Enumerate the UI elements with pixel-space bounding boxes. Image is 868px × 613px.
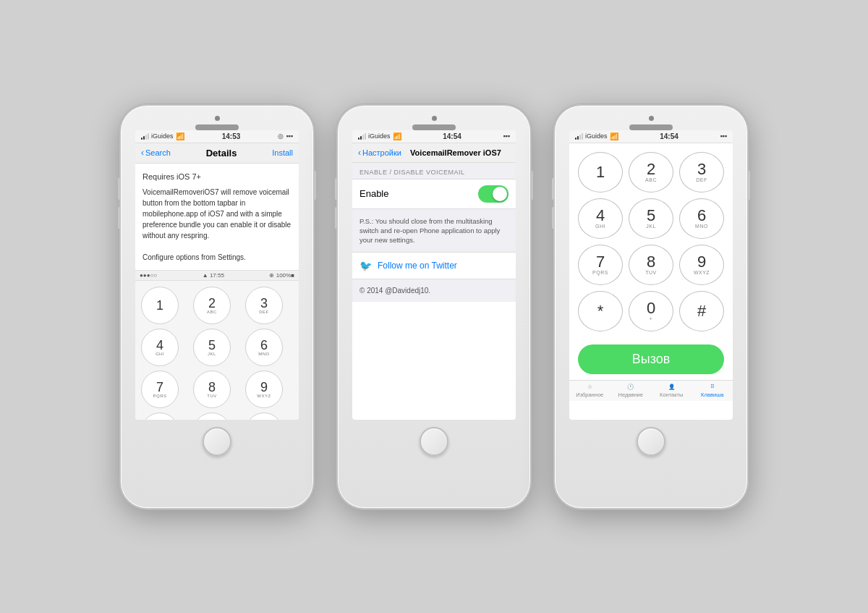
phones-container: iGuides 📶 14:53 ◎ ▪▪▪ ‹ Search Details I… xyxy=(119,104,749,510)
battery-icon: ▪▪▪ xyxy=(286,132,293,140)
nav-title-2: VoicemailRemover iOS7 xyxy=(410,148,501,157)
phone-3-screen: iGuides 📶 14:54 ▪▪▪ 1 2ABC 3DEF 4GHI 5JK… xyxy=(569,130,733,420)
twitter-icon: 🐦 xyxy=(359,260,372,271)
home-button-2[interactable] xyxy=(420,427,448,456)
settings-note: P.S.: You should close from the multitas… xyxy=(352,209,516,253)
dial3-6[interactable]: 6MNO xyxy=(679,198,724,239)
wifi-icon: 📶 xyxy=(176,132,184,140)
phone-1-bottom xyxy=(203,420,231,466)
phone-2-screen: iGuides 📶 14:54 ▪▪▪ ‹ Настройки Voicemai… xyxy=(352,130,516,420)
dial-0[interactable]: 0+ xyxy=(193,413,231,420)
nav-bar-1: ‹ Search Details Install xyxy=(135,143,299,164)
dial3-5[interactable]: 5JKL xyxy=(629,198,673,239)
dial-6[interactable]: 6MNO xyxy=(245,329,283,366)
favorites-icon: ☆ xyxy=(587,384,592,390)
dialpad-3: 1 2ABC 3DEF 4GHI 5JKL 6MNO 7PQRS 8TUV 9W… xyxy=(569,143,733,340)
dial-8[interactable]: 8TUV xyxy=(193,371,231,408)
speaker-grille xyxy=(195,124,239,130)
dial-star[interactable]: * xyxy=(141,413,179,420)
phone-1-screen: iGuides 📶 14:53 ◎ ▪▪▪ ‹ Search Details I… xyxy=(135,130,299,420)
dial3-9[interactable]: 9WXYZ xyxy=(679,245,724,285)
copyright-row: © 2014 @Davidedj10. xyxy=(352,279,516,302)
carrier-label-3: iGuides xyxy=(585,132,608,140)
description-text: VoicemailRemoveriOS7 will remove voicema… xyxy=(142,187,292,241)
dialer-screen: 1 2ABC 3DEF 4GHI 5JKL 6MNO 7PQRS 8TUV 9W… xyxy=(569,143,733,401)
dial-hash[interactable]: # xyxy=(245,413,283,420)
phone-1: iGuides 📶 14:53 ◎ ▪▪▪ ‹ Search Details I… xyxy=(119,104,315,510)
dial-4[interactable]: 4GHI xyxy=(141,329,179,366)
phone-2: iGuides 📶 14:54 ▪▪▪ ‹ Настройки Voicemai… xyxy=(336,104,532,510)
keypad-icon: ⠿ xyxy=(710,384,715,390)
battery-icon-3: ▪▪▪ xyxy=(720,132,727,140)
dial3-4[interactable]: 4GHI xyxy=(578,198,623,239)
back-button-2[interactable]: ‹ Настройки xyxy=(358,148,401,158)
dial-5[interactable]: 5JKL xyxy=(193,329,231,366)
details-content: Requires iOS 7+ VoicemailRemoveriOS7 wil… xyxy=(135,164,299,271)
wifi-icon-2: 📶 xyxy=(393,132,401,140)
dial3-3[interactable]: 3DEF xyxy=(679,152,724,193)
tab-contacts[interactable]: 👤 Контакты xyxy=(651,384,692,398)
status-bar-2: iGuides 📶 14:54 ▪▪▪ xyxy=(352,130,516,143)
tab-bar-3: ☆ Избранное 🕐 Недавние 👤 Контакты ⠿ Клав… xyxy=(569,380,733,401)
dial3-hash[interactable]: # xyxy=(679,291,724,331)
dial-1[interactable]: 1 xyxy=(141,287,179,324)
dial3-2[interactable]: 2ABC xyxy=(629,152,673,193)
carrier-label: iGuides xyxy=(151,132,174,140)
tab-favorites[interactable]: ☆ Избранное xyxy=(569,384,610,398)
toggle-knob xyxy=(493,187,507,201)
time-label: 14:53 xyxy=(222,132,241,140)
camera-dot-2 xyxy=(432,116,437,121)
camera-dot xyxy=(215,116,220,121)
chevron-left-icon-2: ‹ xyxy=(358,148,361,158)
camera-dot-3 xyxy=(649,116,654,121)
status-bar-3: iGuides 📶 14:54 ▪▪▪ xyxy=(569,130,733,143)
phone-1-top xyxy=(121,106,313,130)
dial-7[interactable]: 7PQRS xyxy=(141,371,179,408)
signal-icon xyxy=(141,132,149,140)
tab-keypad[interactable]: ⠿ Клавиша xyxy=(692,384,733,398)
settings-content: ENABLE / DISABLE VOICEMAIL Enable P.S.: … xyxy=(352,163,516,303)
status-bar-1: iGuides 📶 14:53 ◎ ▪▪▪ xyxy=(135,130,299,143)
recent-icon: 🕐 xyxy=(627,384,634,390)
phone-3-top xyxy=(555,106,747,130)
time-label-3: 14:54 xyxy=(660,132,678,140)
phone-2-top xyxy=(338,106,530,130)
speaker-grille-3 xyxy=(629,124,673,130)
inner-status-bar: ●●●○○ ▲ 17:55 ⊕ 100%■ xyxy=(135,271,299,281)
dial3-7[interactable]: 7PQRS xyxy=(578,245,623,285)
dial3-8[interactable]: 8TUV xyxy=(629,245,673,285)
time-label-2: 14:54 xyxy=(443,132,461,140)
enable-label: Enable xyxy=(359,188,388,199)
wifi-icon-3: 📶 xyxy=(610,132,618,140)
twitter-link[interactable]: Follow me on Twitter xyxy=(378,261,457,271)
copyright-text: © 2014 @Davidedj10. xyxy=(359,287,430,295)
signal-icon-2 xyxy=(358,132,366,140)
location-icon: ◎ xyxy=(278,132,284,140)
tab-recent[interactable]: 🕐 Недавние xyxy=(610,384,652,398)
enable-row: Enable xyxy=(352,179,516,209)
dial-2[interactable]: 2ABC xyxy=(193,287,231,324)
section-label: ENABLE / DISABLE VOICEMAIL xyxy=(352,163,516,179)
dial3-star[interactable]: * xyxy=(578,291,623,331)
dial-3[interactable]: 3DEF xyxy=(245,287,283,324)
call-button[interactable]: Вызов xyxy=(578,344,724,374)
phone-3-bottom xyxy=(637,420,665,466)
nav-bar-2: ‹ Настройки VoicemailRemover iOS7 xyxy=(352,143,516,163)
back-button-1[interactable]: ‹ Search xyxy=(141,148,171,158)
carrier-label-2: iGuides xyxy=(368,132,391,140)
dialpad-1: 1 2ABC 3DEF 4GHI 5JKL 6MNO 7PQRS 8TUV 9W… xyxy=(135,281,299,420)
twitter-row[interactable]: 🐦 Follow me on Twitter xyxy=(352,252,516,279)
home-button-3[interactable] xyxy=(637,427,665,456)
contacts-icon: 👤 xyxy=(668,384,675,390)
chevron-left-icon: ‹ xyxy=(141,148,144,158)
dial3-0[interactable]: 0+ xyxy=(629,291,673,331)
enable-toggle[interactable] xyxy=(478,185,509,203)
dial3-1[interactable]: 1 xyxy=(578,152,623,193)
home-button-1[interactable] xyxy=(203,427,231,456)
nav-title-1: Details xyxy=(206,148,237,158)
battery-icon-2: ▪▪▪ xyxy=(503,132,510,140)
dial-9[interactable]: 9WXYZ xyxy=(245,371,283,408)
requires-label: Requires iOS 7+ xyxy=(142,171,292,183)
install-button[interactable]: Install xyxy=(272,148,293,157)
phone-2-bottom xyxy=(420,420,448,466)
